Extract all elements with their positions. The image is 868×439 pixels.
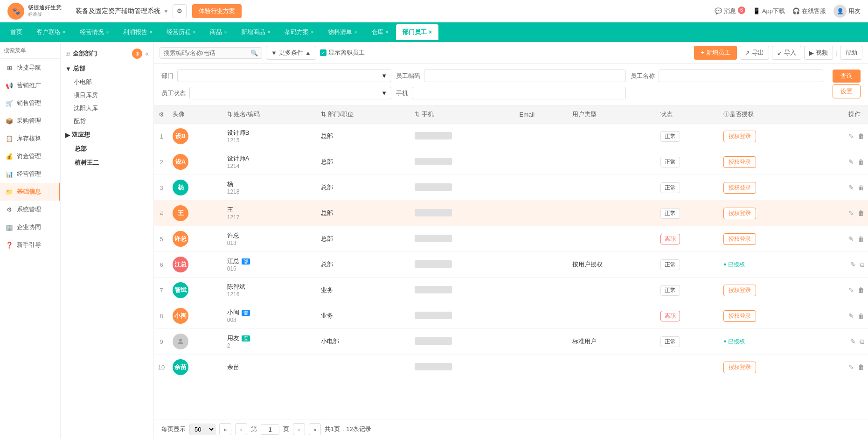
col-dept[interactable]: ⇅ 部门/职位 [317, 105, 411, 124]
message-group[interactable]: 💬 消息 6 [715, 7, 745, 15]
tab-goods[interactable]: 商品 × [203, 24, 234, 40]
sidebar-search-input[interactable] [4, 47, 61, 54]
close-icon[interactable]: × [354, 29, 357, 35]
tree-item-plant-king[interactable]: 植树王二 [61, 156, 153, 170]
delete-button[interactable]: 🗑 [858, 286, 864, 294]
tree-item-zongbu[interactable]: 总部 [61, 142, 153, 156]
filter-button[interactable]: ▼ 更多条件 ▲ [266, 46, 316, 60]
export-button[interactable]: ↗ 导出 [740, 46, 769, 60]
sidebar-item-guide[interactable]: ❓ 新手引导 [0, 236, 60, 254]
auth-button[interactable]: 授权登录 [723, 208, 756, 219]
info-icon[interactable]: ⓘ [723, 111, 729, 118]
sidebar-item-basic-info[interactable]: 📁 基础信息 [0, 183, 60, 201]
last-page-button[interactable]: » [309, 423, 321, 435]
prev-page-button[interactable]: ‹ [235, 423, 247, 435]
col-phone[interactable]: ⇅ 手机 [411, 105, 515, 124]
tree-item-general[interactable]: ▼ 总部 [61, 62, 153, 76]
emp-name-input[interactable] [659, 70, 823, 82]
help-button[interactable]: 帮助 [840, 46, 862, 60]
phone-input[interactable] [412, 87, 626, 99]
tab-employees[interactable]: 部门员工 × [396, 24, 438, 40]
tab-home[interactable]: 首页 [4, 24, 29, 40]
auth-button[interactable]: 授权登录 [723, 156, 756, 168]
delete-button[interactable]: 🗑 [858, 132, 864, 140]
sidebar-item-operation[interactable]: 📊 经营管理 [0, 165, 60, 183]
tab-customer[interactable]: 客户联络 × [30, 24, 72, 40]
page-input[interactable] [261, 424, 279, 435]
edit-button[interactable]: ✎ [848, 158, 854, 166]
search-button[interactable]: 查询 [833, 70, 861, 83]
emp-code-input[interactable] [424, 70, 626, 82]
user-area[interactable]: 👤 用友 [833, 5, 861, 18]
auth-button[interactable]: 授权登录 [723, 285, 756, 296]
tree-collapse-button[interactable]: « [145, 50, 149, 57]
tab-new-goods[interactable]: 新增商品 × [235, 24, 277, 40]
dropdown-arrow-icon[interactable]: ▼ [163, 8, 169, 14]
auth-button[interactable]: 授权登录 [723, 310, 756, 322]
close-icon[interactable]: × [385, 29, 389, 35]
auth-button[interactable]: 授权登录 [723, 182, 756, 194]
close-icon[interactable]: × [149, 29, 153, 35]
add-employee-button[interactable]: + 新增员工 [694, 46, 736, 60]
edit-button[interactable]: ✎ [848, 209, 854, 217]
sidebar-item-capital[interactable]: 💰 资金管理 [0, 147, 60, 165]
settings-button[interactable]: ⚙ [173, 4, 187, 18]
edit-button[interactable]: ✎ [848, 286, 854, 294]
close-icon[interactable]: × [429, 29, 432, 35]
next-page-button[interactable]: › [293, 423, 305, 435]
tab-warehouse[interactable]: 仓库 × [365, 24, 395, 40]
close-icon[interactable]: × [193, 29, 196, 35]
tab-history[interactable]: 经营历程 × [160, 24, 202, 40]
close-icon[interactable]: × [311, 29, 314, 35]
tab-barcode[interactable]: 条码方案 × [278, 24, 320, 40]
delete-button[interactable]: 🗑 [858, 158, 864, 166]
tab-business[interactable]: 经营情况 × [73, 24, 116, 40]
close-icon[interactable]: × [267, 29, 271, 35]
tree-child-small-elec[interactable]: 小电部 [61, 76, 153, 89]
close-icon[interactable]: × [224, 29, 227, 35]
search-input[interactable] [164, 49, 248, 56]
edit-button[interactable]: ✎ [848, 184, 854, 191]
delete-button[interactable]: 🗑 [858, 235, 864, 243]
app-download-group[interactable]: 📱 App下载 [753, 7, 785, 15]
tree-item-double-ideal[interactable]: ▶ 双应想 [61, 128, 153, 142]
sidebar-item-system[interactable]: ⚙ 系统管理 [0, 201, 60, 218]
tree-child-project[interactable]: 项目库房 [61, 89, 153, 102]
col-name[interactable]: ⇅ 姓名/编码 [223, 105, 317, 124]
tree-add-button[interactable]: ⊕ [132, 49, 142, 59]
edit-button[interactable]: ✎ [848, 132, 854, 140]
video-button[interactable]: ▶ 视频 [804, 46, 833, 60]
sidebar-item-purchase[interactable]: 📦 采购管理 [0, 112, 60, 130]
tab-materials[interactable]: 物料清单 × [321, 24, 364, 40]
dept-select[interactable]: ▼ [177, 70, 391, 82]
delete-button[interactable]: 🗑 [858, 363, 864, 371]
per-page-select[interactable]: 50 20 100 [189, 424, 215, 435]
tab-profit[interactable]: 利润报告 × [117, 24, 159, 40]
show-resigned-toggle[interactable]: ✓ 显示离职员工 [320, 49, 365, 57]
sidebar-item-marketing[interactable]: 📢 营销推广 [0, 77, 60, 94]
edit-button[interactable]: ✎ [848, 363, 854, 371]
import-button[interactable]: ↙ 导入 [772, 46, 801, 60]
edit-button[interactable]: ✎ [848, 235, 854, 243]
sidebar-item-inventory[interactable]: 📋 库存核算 [0, 130, 60, 147]
sidebar-item-quick-nav[interactable]: ⊞ 快捷导航 [0, 59, 60, 77]
auth-button[interactable]: 授权登录 [723, 362, 756, 373]
sidebar-item-sales[interactable]: 🛒 销售管理 [0, 94, 60, 112]
delete-button[interactable]: 🗑 [858, 312, 864, 320]
first-page-button[interactable]: « [219, 423, 231, 435]
set-button[interactable]: 设置 [833, 84, 861, 98]
col-settings[interactable]: ⚙ [154, 105, 169, 124]
edit-button[interactable]: ✎ [850, 338, 856, 345]
sidebar-item-enterprise[interactable]: 🏢 企业协同 [0, 218, 60, 236]
online-service-group[interactable]: 🎧 在线客服 [792, 7, 826, 15]
auth-button[interactable]: 授权登录 [723, 131, 756, 142]
close-icon[interactable]: × [62, 29, 66, 35]
edit-button[interactable]: ✎ [848, 312, 854, 320]
close-icon[interactable]: × [106, 29, 109, 35]
copy-button[interactable]: ⧉ [860, 338, 864, 346]
emp-status-select[interactable]: ▼ [189, 87, 391, 99]
auth-button[interactable]: 授权登录 [723, 233, 756, 245]
tree-child-shenyang[interactable]: 沈阳大库 [61, 102, 153, 115]
delete-button[interactable]: 🗑 [858, 184, 864, 191]
tree-child-distribution[interactable]: 配货 [61, 115, 153, 128]
